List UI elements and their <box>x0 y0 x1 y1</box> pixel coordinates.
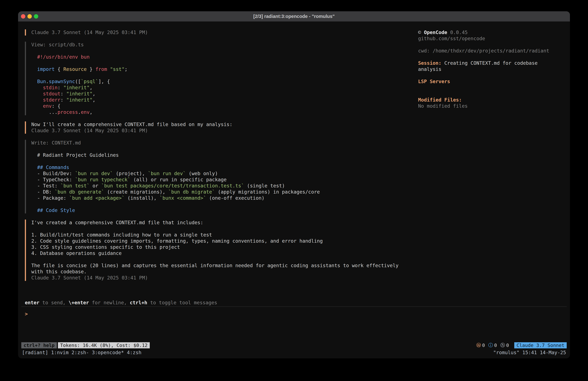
tmux-session-windows: [radiant] 1:nvim 2:zsh- 3:opencode* 4:zs… <box>22 350 142 359</box>
window-title: [2/3] radiant:3:opencode - "romulus" <box>18 11 570 21</box>
text-line: I've created a comprehensive CONTEXT.md … <box>31 220 418 226</box>
text-line <box>31 226 418 232</box>
text-line: - Test: `bun test` or `bun test packages… <box>31 183 418 189</box>
text-line <box>31 201 418 207</box>
info-count: 0 <box>494 343 497 348</box>
traffic-lights <box>21 11 38 21</box>
text-line: View: script/db.ts <box>31 42 418 48</box>
text-line: #!/usr/bin/env bun <box>31 54 418 60</box>
info-group: ⓘ 0 <box>488 342 497 349</box>
text-line <box>31 146 418 152</box>
text-line: No modified files <box>418 103 554 109</box>
tmux-status-bar: [radiant] 1:nvim 2:zsh- 3:opencode* 4:zs… <box>18 348 570 359</box>
text-line: Write: CONTEXT.md <box>31 140 418 146</box>
tmux-host-time: "romulus" 15:41 14-May-25 <box>493 350 566 359</box>
text-line: - DB: `bun db generate` (create migratio… <box>31 189 418 195</box>
prompt-symbol: > <box>25 311 28 317</box>
text-line <box>418 85 554 91</box>
opencode-content: Claude 3.7 Sonnet (14 May 2025 03:41 PM)… <box>18 22 570 300</box>
chat-log: Claude 3.7 Sonnet (14 May 2025 03:41 PM)… <box>18 29 418 300</box>
text-line: stderr: "inherit", <box>31 97 418 103</box>
text-line: Claude 3.7 Sonnet (14 May 2025 03:41 PM) <box>31 29 418 36</box>
text-line: Now I'll create a comprehensive CONTEXT.… <box>31 121 418 128</box>
keybind-help: enter to send, \+enter for newline, ctrl… <box>18 300 570 306</box>
text-line: # Radiant Project Guidelines <box>31 152 418 158</box>
text-line: github.com/sst/opencode <box>418 36 554 42</box>
text-line: 4. Database operations guidance <box>31 250 418 256</box>
text-line: ## Code Style <box>31 207 418 213</box>
tool-block: Write: CONTEXT.md # Radiant Project Guid… <box>25 140 418 213</box>
desktop: [2/3] radiant:3:opencode - "romulus" Cla… <box>0 0 588 381</box>
assistant-message: Claude 3.7 Sonnet (14 May 2025 03:41 PM) <box>25 29 418 36</box>
text-line: 3. CSS styling conventions specific to t… <box>31 244 418 250</box>
text-line: env: { <box>31 103 418 109</box>
titlebar: [2/3] radiant:3:opencode - "romulus" <box>18 11 570 22</box>
help-keybind-chip: ctrl+? help <box>21 342 57 348</box>
text-line <box>418 91 554 97</box>
text-line: enter to send, \+enter for newline, ctrl… <box>25 300 570 306</box>
hint-group: ⓗ 0 <box>500 342 509 349</box>
text-line: - Package: `bun add <package>` (install)… <box>31 195 418 201</box>
hint-count: 0 <box>506 343 509 348</box>
text-line <box>31 60 418 66</box>
diagnostics: Ⓦ 0 ⓘ 0 ⓗ 0 <box>474 342 509 348</box>
text-line: stdin: "inherit", <box>31 85 418 91</box>
tool-block: View: script/db.ts #!/usr/bin/env bun im… <box>25 42 418 115</box>
tmux-spacer <box>142 350 493 359</box>
status-bar: ctrl+? help Tokens: 16.4K (8%), Cost: $0… <box>18 342 570 348</box>
text-line: stdout: "inherit", <box>31 91 418 97</box>
hint-icon: ⓗ <box>500 342 505 349</box>
text-line <box>31 158 418 164</box>
text-line: Modified Files: <box>418 97 554 103</box>
text-line <box>31 256 418 263</box>
prompt-input[interactable]: > <box>21 306 567 342</box>
warnings-group: Ⓦ 0 <box>476 342 485 349</box>
model-chip: Claude 3.7 Sonnet <box>514 342 567 348</box>
text-line: import { Resource } from "sst"; <box>31 66 418 72</box>
text-line: Session: Creating CONTEXT.md for codebas… <box>418 60 554 72</box>
assistant-message: I've created a comprehensive CONTEXT.md … <box>25 220 418 281</box>
statusbar-spacer <box>151 342 473 348</box>
text-line <box>31 72 418 78</box>
text-line: ...process.env, <box>31 109 418 115</box>
text-line <box>31 48 418 54</box>
assistant-message: Now I'll create a comprehensive CONTEXT.… <box>25 121 418 134</box>
text-line: The file is concise (20 lines) and captu… <box>31 263 418 269</box>
text-line: ## Commands <box>31 164 418 171</box>
info-icon: ⓘ <box>488 342 493 349</box>
minimize-button[interactable] <box>27 14 32 19</box>
sidebar: © OpenCode 0.0.45github.com/sst/opencode… <box>418 29 570 300</box>
warning-icon: Ⓦ <box>476 342 481 349</box>
text-line: Bun.spawnSync([`psql`], { <box>31 78 418 85</box>
warning-count: 0 <box>482 343 485 348</box>
text-line: © OpenCode 0.0.45 <box>418 29 554 36</box>
tokens-cost-chip: Tokens: 16.4K (8%), Cost: $0.12 <box>58 342 150 348</box>
zoom-button[interactable] <box>34 14 38 19</box>
text-line: Claude 3.7 Sonnet (14 May 2025 03:41 PM) <box>31 128 418 134</box>
text-line <box>418 72 554 78</box>
text-line: 1. Build/lint/test commands including ho… <box>31 232 418 238</box>
text-line: - Build/Dev: `bun run dev` (project), `b… <box>31 171 418 177</box>
text-line: Claude 3.7 Sonnet (14 May 2025 03:41 PM) <box>31 275 418 281</box>
text-line: with this codebase. <box>31 269 418 275</box>
text-line: 2. Code style guidelines covering import… <box>31 238 418 244</box>
close-button[interactable] <box>21 14 25 19</box>
text-line: LSP Servers <box>418 78 554 85</box>
text-line <box>418 54 554 60</box>
text-line: - TypeCheck: `bun run typecheck` (all) o… <box>31 177 418 183</box>
text-line: cwd: /home/thdxr/dev/projects/radiant/ra… <box>418 48 554 54</box>
terminal-window: [2/3] radiant:3:opencode - "romulus" Cla… <box>18 11 570 359</box>
text-line <box>418 42 554 48</box>
